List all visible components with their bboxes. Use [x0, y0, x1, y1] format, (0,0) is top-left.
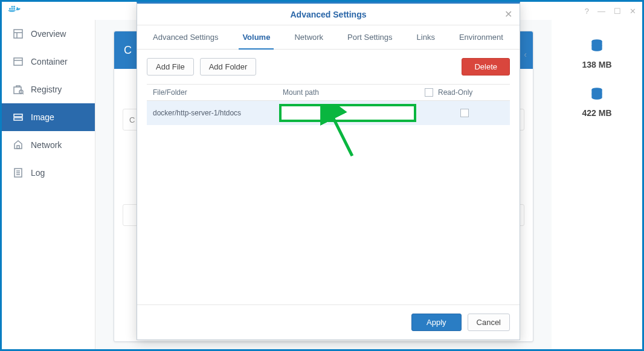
svg-rect-5 [14, 30, 22, 38]
column-mount-path: Mount path [277, 85, 419, 100]
add-file-button[interactable]: Add File [147, 58, 194, 76]
modal-title: Advanced Settings [290, 10, 366, 19]
image-size: 422 MB [582, 108, 611, 118]
bg-header-text: C [124, 44, 132, 57]
maximize-icon[interactable]: ☐ [614, 7, 621, 16]
readonly-label: Read-Only [438, 88, 472, 97]
image-size: 138 MB [582, 60, 611, 69]
image-size-item: 422 MB [582, 86, 611, 118]
modal-tabs: Advanced Settings Volume Network Port Se… [137, 25, 520, 50]
svg-rect-13 [14, 114, 22, 117]
network-icon [13, 140, 24, 150]
sidebar-label: Registry [31, 85, 62, 94]
svg-rect-0 [9, 8, 11, 10]
sidebar-label: Overview [31, 29, 66, 39]
sidebar-label: Image [31, 112, 54, 122]
svg-rect-14 [14, 118, 22, 120]
tab-advanced-settings[interactable]: Advanced Settings [141, 25, 230, 49]
apply-button[interactable]: Apply [411, 314, 462, 331]
svg-rect-15 [17, 146, 19, 149]
log-icon [13, 167, 24, 178]
sidebar-item-image[interactable]: Image [2, 103, 95, 131]
mount-path-input[interactable] [279, 104, 416, 122]
svg-rect-4 [13, 5, 15, 7]
advanced-settings-modal: Advanced Settings ✕ Advanced Settings Vo… [137, 2, 520, 340]
modal-footer: Apply Cancel [137, 304, 520, 340]
tab-network[interactable]: Network [282, 25, 335, 49]
cancel-button[interactable]: Cancel [468, 314, 510, 331]
sidebar: Overview Container Registry Image Networ… [2, 20, 95, 349]
svg-rect-2 [13, 8, 15, 10]
add-folder-button[interactable]: Add Folder [200, 58, 257, 76]
volume-table-header: File/Folder Mount path Read-Only [147, 84, 510, 101]
sidebar-item-network[interactable]: Network [2, 131, 95, 159]
column-read-only: Read-Only [419, 85, 510, 100]
tab-environment[interactable]: Environment [447, 25, 515, 49]
minimize-icon[interactable]: — [597, 7, 605, 16]
sidebar-item-container[interactable]: Container [2, 48, 95, 76]
delete-button[interactable]: Delete [462, 58, 510, 76]
database-icon [589, 86, 605, 105]
registry-icon [13, 84, 24, 95]
readonly-checkbox[interactable] [460, 109, 469, 117]
help-icon[interactable]: ? [585, 7, 589, 16]
volume-row[interactable]: docker/http-server-1/htdocs [147, 101, 510, 125]
modal-close-icon[interactable]: ✕ [504, 8, 512, 20]
sidebar-item-overview[interactable]: Overview [2, 20, 95, 48]
volume-file-path: docker/http-server-1/htdocs [147, 105, 277, 121]
image-size-item: 138 MB [582, 38, 611, 69]
sidebar-label: Network [31, 140, 62, 150]
close-icon[interactable]: ✕ [630, 7, 636, 16]
svg-line-12 [22, 93, 24, 94]
database-icon [589, 38, 605, 56]
tab-volume[interactable]: Volume [230, 25, 282, 49]
sidebar-label: Container [31, 57, 68, 66]
tab-port-settings[interactable]: Port Settings [335, 25, 404, 49]
sidebar-item-log[interactable]: Log [2, 159, 95, 187]
svg-rect-3 [11, 5, 13, 7]
sidebar-item-registry[interactable]: Registry [2, 76, 95, 103]
modal-toolbar: Add File Add Folder Delete [137, 50, 520, 84]
column-file-folder: File/Folder [147, 85, 277, 100]
modal-header: Advanced Settings ✕ [137, 4, 520, 25]
sidebar-label: Log [31, 168, 45, 178]
tab-links[interactable]: Links [405, 25, 447, 49]
container-icon [13, 56, 24, 67]
svg-rect-1 [11, 8, 13, 10]
next-button-fragment: ‹ [524, 50, 527, 59]
readonly-header-checkbox[interactable] [425, 88, 433, 97]
svg-rect-8 [14, 58, 22, 65]
docker-whale-icon [8, 5, 21, 18]
image-icon [13, 112, 24, 123]
info-column: 138 MB 422 MB [552, 20, 642, 349]
window-controls: ? — ☐ ✕ [585, 7, 636, 16]
volume-table: File/Folder Mount path Read-Only docker/… [147, 84, 510, 125]
overview-icon [13, 28, 24, 39]
